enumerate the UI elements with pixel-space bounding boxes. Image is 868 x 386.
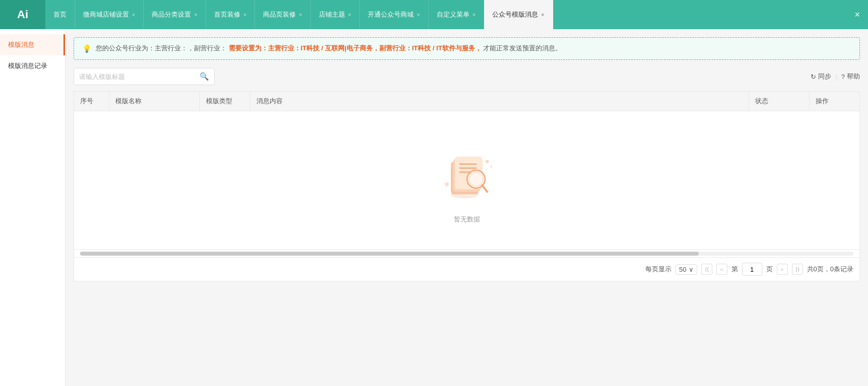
- close-tab-shop-theme[interactable]: ×: [348, 12, 351, 18]
- close-tab-home-decor[interactable]: ×: [243, 12, 246, 18]
- table-header-row: 序号模版名称模版类型消息内容状态操作: [74, 92, 860, 111]
- content-area: 💡 您的公众号行业为：主营行业：，副营行业： 需要设置为：主营行业：IT科技 /…: [65, 29, 868, 386]
- empty-cell: 暂无数据: [74, 111, 860, 250]
- sidebar: 模版消息模版消息记录: [0, 29, 65, 386]
- first-page-button[interactable]: ⟨⟨: [701, 264, 712, 275]
- nav-tab-home[interactable]: 首页: [45, 0, 75, 29]
- toolbar-right: ↻ 同步 | ? 帮助: [811, 72, 860, 81]
- close-tab-shop-setting[interactable]: ×: [132, 12, 135, 18]
- per-page-select[interactable]: 50 ∨: [676, 264, 697, 275]
- search-input-wrapper[interactable]: 🔍: [74, 68, 215, 85]
- search-bar: 🔍 ↻ 同步 | ? 帮助: [74, 68, 860, 85]
- svg-point-10: [486, 160, 489, 163]
- help-icon: ?: [841, 73, 845, 81]
- divider: |: [835, 73, 837, 81]
- svg-line-9: [482, 185, 487, 192]
- th-type: 模版类型: [200, 92, 250, 111]
- notice-highlight: 需要设置为：主营行业：IT科技 / 互联网|电子商务，副营行业：IT科技 / I…: [229, 44, 482, 52]
- scrollbar-area[interactable]: [74, 250, 860, 258]
- scrollbar-thumb[interactable]: [80, 252, 699, 256]
- empty-illustration: [437, 146, 497, 207]
- close-tab-open-mall[interactable]: ×: [417, 12, 420, 18]
- next-page-button[interactable]: ＞: [777, 264, 788, 275]
- empty-text: 暂无数据: [454, 215, 480, 224]
- search-input[interactable]: [79, 73, 199, 81]
- chevron-down-icon: ∨: [689, 266, 694, 273]
- nav-tab-home-decor[interactable]: 首页装修×: [206, 0, 255, 29]
- pagination: 每页显示 50 ∨ ⟨⟨ ＜ 第 页 ＞ ⟩⟩ 共0页，0条记录: [74, 258, 860, 281]
- data-table: 序号模版名称模版类型消息内容状态操作: [74, 91, 860, 250]
- th-status: 状态: [749, 92, 810, 111]
- page-label-pre: 第: [731, 265, 738, 274]
- nav-tab-shop-theme[interactable]: 店铺主题×: [311, 0, 360, 29]
- close-tab-category-setting[interactable]: ×: [194, 12, 197, 18]
- svg-point-8: [470, 173, 482, 185]
- last-page-button[interactable]: ⟩⟩: [792, 264, 803, 275]
- close-tab-custom-menu[interactable]: ×: [473, 12, 476, 18]
- close-all-button[interactable]: ×: [846, 10, 868, 20]
- sidebar-item-template-msg[interactable]: 模版消息: [0, 34, 65, 55]
- main-layout: 模版消息模版消息记录 💡 您的公众号行业为：主营行业：，副营行业： 需要设置为：…: [0, 29, 868, 386]
- nav-tab-template-msg[interactable]: 公众号模版消息×: [484, 0, 553, 29]
- svg-point-11: [490, 166, 492, 168]
- table-header: 序号模版名称模版类型消息内容状态操作: [74, 92, 860, 111]
- sync-icon: ↻: [811, 73, 816, 81]
- nav-tab-open-mall[interactable]: 开通公众号商城×: [360, 0, 428, 29]
- empty-state: 暂无数据: [80, 116, 853, 244]
- th-action: 操作: [810, 92, 860, 111]
- app-logo: Ai: [0, 0, 45, 29]
- nav-tab-shop-setting[interactable]: 微商城店铺设置×: [75, 0, 144, 29]
- table-row: 暂无数据: [74, 111, 860, 250]
- nav-tab-product-decor[interactable]: 商品页装修×: [255, 0, 310, 29]
- nav-tabs: 首页微商城店铺设置×商品分类设置×首页装修×商品页装修×店铺主题×开通公众号商城…: [45, 0, 846, 29]
- sidebar-item-template-msg-record[interactable]: 模版消息记录: [0, 55, 65, 76]
- nav-tab-category-setting[interactable]: 商品分类设置×: [144, 0, 206, 29]
- nav-tab-custom-menu[interactable]: 自定义菜单×: [429, 0, 484, 29]
- page-total: 共0页，0条记录: [807, 265, 853, 274]
- prev-page-button[interactable]: ＜: [716, 264, 727, 275]
- page-input[interactable]: [742, 263, 762, 276]
- sync-button[interactable]: ↻ 同步: [811, 72, 831, 81]
- svg-point-12: [445, 182, 449, 186]
- help-button[interactable]: ? 帮助: [841, 72, 860, 81]
- th-name: 模版名称: [109, 92, 200, 111]
- search-button[interactable]: 🔍: [199, 72, 209, 81]
- notice-icon: 💡: [82, 44, 92, 53]
- per-page-label: 每页显示: [645, 265, 672, 274]
- per-page-value: 50: [679, 266, 686, 273]
- close-tab-product-decor[interactable]: ×: [299, 12, 302, 18]
- notice-box: 💡 您的公众号行业为：主营行业：，副营行业： 需要设置为：主营行业：IT科技 /…: [74, 37, 860, 60]
- close-tab-template-msg[interactable]: ×: [541, 12, 544, 18]
- page-label-post: 页: [766, 265, 773, 274]
- notice-text: 您的公众号行业为：主营行业：，副营行业： 需要设置为：主营行业：IT科技 / 互…: [96, 44, 562, 53]
- th-content: 消息内容: [250, 92, 749, 111]
- scrollbar-track[interactable]: [80, 252, 853, 256]
- th-index: 序号: [74, 92, 109, 111]
- table-body: 暂无数据: [74, 111, 860, 250]
- top-nav: Ai 首页微商城店铺设置×商品分类设置×首页装修×商品页装修×店铺主题×开通公众…: [0, 0, 868, 29]
